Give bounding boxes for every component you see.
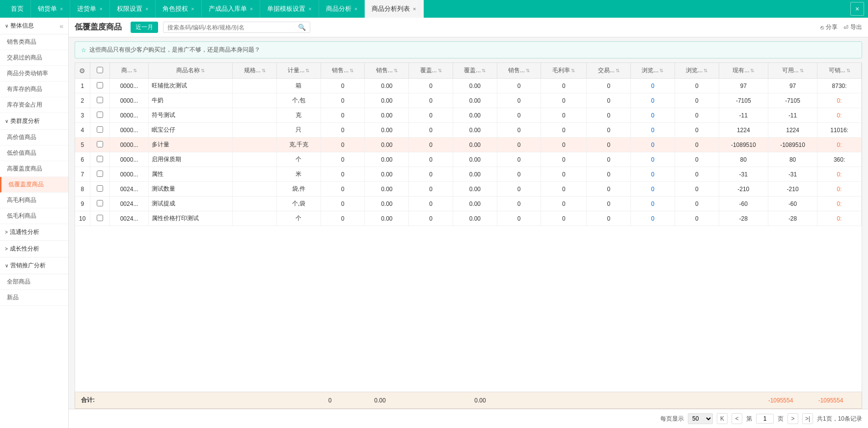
col-name-header[interactable]: 商品名称⇅ (148, 63, 233, 79)
browse-link[interactable]: 0 (651, 127, 654, 134)
nav-purchase-order[interactable]: 进货单 × (70, 0, 109, 18)
col-cansell-header[interactable]: 可销...⇅ (817, 63, 862, 79)
browse-link[interactable]: 0 (651, 171, 654, 178)
row-checkbox[interactable] (97, 126, 103, 133)
share-button[interactable]: ⎋ 分享 (820, 23, 838, 31)
row-stock2: -31 (768, 167, 817, 182)
nav-home[interactable]: 首页 (4, 0, 31, 18)
row-checkbox[interactable] (97, 112, 103, 118)
row-sales3: 0 (497, 79, 541, 93)
browse-link[interactable]: 0 (651, 186, 654, 193)
sidebar-item-sales-goods[interactable]: 销售类商品 (0, 34, 68, 50)
browse-link[interactable]: 0 (651, 156, 654, 163)
row-checkbox[interactable] (97, 156, 103, 162)
row-sales1: 0 (321, 79, 365, 93)
row-checkbox[interactable] (97, 215, 103, 221)
browse-link[interactable]: 0 (651, 142, 654, 148)
nav-product-analysis[interactable]: 商品分析 × (319, 0, 365, 18)
sidebar-item-high-margin[interactable]: 高毛利商品 (0, 193, 68, 208)
per-page-select[interactable]: 50 20 100 200 (688, 413, 713, 424)
sidebar-item-category-turnover[interactable]: 商品分类动销率 (0, 66, 68, 82)
nav-sales-order[interactable]: 销货单 × (31, 0, 70, 18)
sidebar-item-new-goods[interactable]: 新品 (0, 290, 68, 306)
sidebar-section-overall[interactable]: ∨ 整体信息 « (0, 18, 68, 34)
row-checkbox[interactable] (97, 185, 103, 192)
row-checkbox[interactable] (97, 171, 103, 177)
col-browse1-header[interactable]: 浏览...⇅ (631, 63, 675, 79)
last-page-button[interactable]: >| (802, 413, 813, 424)
browse-link[interactable]: 0 (651, 200, 654, 207)
browse-link[interactable]: 0 (651, 97, 654, 104)
col-gross-header[interactable]: 毛利率⇅ (541, 63, 587, 79)
col-unit-header[interactable]: 计量...⇅ (276, 63, 321, 79)
nav-permissions[interactable]: 权限设置 × (110, 0, 156, 18)
sidebar-section-marketing[interactable]: ∨ 营销推广分析 (0, 257, 68, 274)
browse-link[interactable]: 0 (651, 83, 654, 89)
col-spec-header[interactable]: 规格...⇅ (233, 63, 277, 79)
col-browse2-header[interactable]: 浏览...⇅ (675, 63, 719, 79)
nav-close-icon[interactable]: × (191, 6, 194, 12)
col-sales1-header[interactable]: 销售...⇅ (321, 63, 365, 79)
search-icon[interactable]: 🔍 (298, 24, 306, 31)
sidebar-section-growth[interactable]: > 成长性分析 (0, 241, 68, 257)
nav-close-icon[interactable]: × (99, 6, 102, 12)
nav-close-icon[interactable]: × (250, 6, 253, 12)
nav-close-icon[interactable]: × (308, 6, 311, 12)
col-cover2-header[interactable]: 覆盖...⇅ (453, 63, 497, 79)
row-code: 0000... (110, 123, 148, 138)
sidebar-item-high-coverage[interactable]: 高覆盖度商品 (0, 161, 68, 177)
sidebar-item-all-goods[interactable]: 全部商品 (0, 274, 68, 290)
select-all-checkbox[interactable] (97, 67, 103, 73)
col-trade-header[interactable]: 交易...⇅ (587, 63, 631, 79)
col-sales3-header[interactable]: 销售...⇅ (497, 63, 541, 79)
nav-close-icon[interactable]: × (60, 6, 63, 12)
col-code-header[interactable]: 商...⇅ (110, 63, 148, 79)
nav-close-icon[interactable]: × (413, 6, 416, 12)
row-checkbox[interactable] (97, 200, 103, 206)
nav-doc-template[interactable]: 单据模板设置 × (260, 0, 319, 18)
row-checkbox[interactable] (97, 141, 103, 147)
col-cover1-header[interactable]: 覆盖...⇅ (409, 63, 453, 79)
row-browse2: 0 (675, 123, 719, 138)
sidebar-item-high-value[interactable]: 高价值商品 (0, 130, 68, 145)
browse-link[interactable]: 0 (651, 215, 654, 222)
chevron-down-icon: ∨ (5, 263, 8, 268)
page-input[interactable] (756, 414, 774, 424)
col-sales2-header[interactable]: 销售...⇅ (365, 63, 409, 79)
col-stock1-header[interactable]: 现有...⇅ (719, 63, 768, 79)
row-checkbox[interactable] (97, 97, 103, 103)
sidebar-section-cluster[interactable]: ∨ 类群度分析 (0, 113, 68, 130)
settings-icon[interactable]: ⚙ (79, 67, 85, 75)
sidebar-item-inventory-capital[interactable]: 库存资金占用 (0, 97, 68, 113)
row-cover1: 0 (409, 138, 453, 152)
row-spec (233, 211, 277, 226)
time-filter-button[interactable]: 近一月 (131, 22, 158, 33)
col-stock2-header[interactable]: 可用...⇅ (768, 63, 817, 79)
nav-finished-goods[interactable]: 产成品入库单 × (202, 0, 260, 18)
next-page-button[interactable]: > (787, 413, 798, 424)
nav-product-analysis-list[interactable]: 商品分析列表 × (365, 0, 423, 18)
export-button[interactable]: ⏎ 导出 (843, 23, 862, 31)
collapse-icon[interactable]: « (59, 22, 63, 30)
sidebar-item-traded-goods[interactable]: 交易过的商品 (0, 50, 68, 66)
row-trade: 0 (587, 138, 631, 152)
first-page-button[interactable]: K (717, 413, 728, 424)
close-all-button[interactable]: × (850, 2, 864, 16)
row-trade: 0 (587, 197, 631, 211)
sidebar-item-low-coverage[interactable]: 低覆盖度商品 (0, 177, 68, 193)
sidebar-item-stocked-goods[interactable]: 有库存的商品 (0, 82, 68, 97)
nav-close-icon[interactable]: × (354, 6, 357, 12)
browse-link[interactable]: 0 (651, 112, 654, 119)
nav-role-auth[interactable]: 角色授权 × (156, 0, 201, 18)
sidebar-section-liquidity[interactable]: > 流通性分析 (0, 224, 68, 241)
nav-close-icon[interactable]: × (145, 6, 148, 12)
sidebar-item-low-margin[interactable]: 低毛利商品 (0, 208, 68, 224)
row-browse2: 0 (675, 108, 719, 123)
prev-page-button[interactable]: < (732, 413, 742, 424)
search-input[interactable] (167, 24, 298, 31)
row-spec (233, 79, 277, 93)
row-checkbox[interactable] (97, 82, 103, 88)
row-sales3: 0 (497, 108, 541, 123)
row-cover1: 0 (409, 108, 453, 123)
sidebar-item-low-value[interactable]: 低价值商品 (0, 145, 68, 161)
